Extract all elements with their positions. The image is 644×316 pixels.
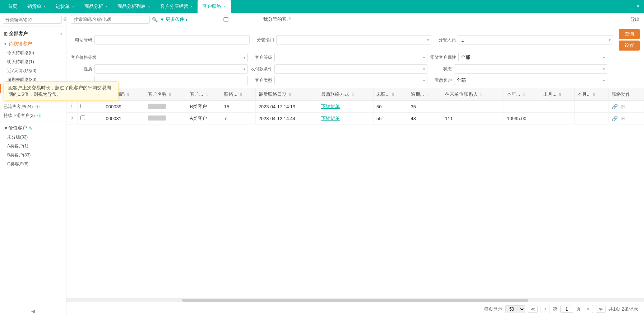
collapse-icon[interactable]: » xyxy=(60,32,62,36)
search-input[interactable] xyxy=(71,15,150,24)
col-contact[interactable]: 联络... ⇅ xyxy=(221,88,256,101)
search-icon[interactable]: 🔍 xyxy=(152,17,158,22)
nav-customer-contact[interactable]: 客户联络 × xyxy=(198,0,231,13)
nav-home[interactable]: 首页 xyxy=(3,0,22,13)
col-last-month[interactable]: 上月... ⇅ xyxy=(540,88,575,101)
nav-sales-order[interactable]: 销货单 × xyxy=(22,0,51,13)
data-table-wrapper: ⚙ 客户编码 ⇅ 客户名称 ⇅ 客户... ⇅ 联络... ⇅ 最后联络日期 ⇅… xyxy=(66,88,644,298)
col-category[interactable]: 客户... ⇅ xyxy=(187,88,221,101)
sidebar-item-tomorrow[interactable]: 明天待联络(1) xyxy=(0,57,66,66)
prev-page-button[interactable]: ＜ xyxy=(541,305,550,313)
window-close-icon[interactable]: × xyxy=(636,3,640,10)
row-company-contact-2: 111 xyxy=(442,113,504,124)
close-icon[interactable]: × xyxy=(223,4,226,9)
row-last-contact-method-2[interactable]: 下销货单 xyxy=(318,113,374,124)
data-table: ⚙ 客户编码 ⇅ 客户名称 ⇅ 客户... ⇅ 联络... ⇅ 最后联络日期 ⇅… xyxy=(66,88,644,124)
current-page-input[interactable] xyxy=(560,306,573,313)
sidebar-item-class-c[interactable]: C类客户(6) xyxy=(0,160,66,169)
payment-select[interactable]: ▾ xyxy=(274,64,428,74)
export-button[interactable]: ↑ 导出 xyxy=(627,16,640,23)
pagination: 每页显示 50 20 100 ≪ ＜ 第 页 ＞ ≫ 共1页 2条记录 xyxy=(66,302,644,316)
sidebar-item-7days[interactable]: 近7天待联络(0) xyxy=(0,66,66,75)
col-last-contact-method[interactable]: 最后联络方式 ⇅ xyxy=(318,88,374,101)
customer-grade-label: 客户等级 xyxy=(251,55,272,61)
link-action-icon[interactable]: 🔗 xyxy=(612,104,618,109)
first-page-button[interactable]: ≪ xyxy=(528,306,538,313)
sidebar-item-today[interactable]: 今天待联络(0) xyxy=(0,48,66,57)
table-row: 2 000031 A类客户 7 2023-04-12 14:44: 下销货单 5… xyxy=(66,113,644,124)
query-button[interactable]: 查询 xyxy=(619,29,640,39)
filter-field-payment: 收付款条件 ▾ xyxy=(251,64,428,74)
col-this-month[interactable]: 本月... ⇅ xyxy=(574,88,609,101)
sidebar-group-pending[interactable]: ▼ 待联络客户 xyxy=(0,39,66,48)
row-last-contact-method-1[interactable]: 下销货单 xyxy=(318,101,374,113)
price-grade-select[interactable]: ▾ xyxy=(99,53,248,62)
close-icon[interactable]: × xyxy=(72,4,74,9)
close-icon[interactable]: × xyxy=(43,4,46,9)
page-size-select[interactable]: 50 20 100 xyxy=(505,305,525,313)
close-icon[interactable]: × xyxy=(148,4,150,9)
col-company-contact[interactable]: 往来单位联系人 ⇅ xyxy=(442,88,504,101)
row-last-month-2 xyxy=(540,113,575,124)
sidebar-all-customers[interactable]: ⊞ 全部客户 » xyxy=(0,28,66,39)
more-conditions-button[interactable]: ▼ 更多条件 ▾ xyxy=(160,16,188,23)
manager-label: 分管人员 xyxy=(434,37,456,43)
edit-icon[interactable]: ✎ xyxy=(28,126,32,131)
close-icon[interactable]: × xyxy=(105,4,107,9)
phone-input[interactable] xyxy=(94,35,250,44)
status-select[interactable]: ▾ xyxy=(454,64,607,74)
chevron-down-icon: ▾ xyxy=(423,67,425,71)
col-uncontacted[interactable]: 未联... ⇅ xyxy=(373,88,408,101)
sidebar-item-class-b[interactable]: B类客户(33) xyxy=(0,151,66,160)
col-this-year[interactable]: 本年... ⇅ xyxy=(504,88,540,101)
filter-field-manager: 分管人员 ... ▾ xyxy=(434,35,613,44)
page-label: 页 xyxy=(576,306,581,312)
chevron-down-icon: ▾ xyxy=(603,79,605,82)
customer-grade-select[interactable]: ▾ xyxy=(274,53,428,62)
sidebar-item-declining[interactable]: 持续下滑客户(2) ⓘ xyxy=(0,111,66,120)
sidebar-item-unclassified[interactable]: 未分组(32) xyxy=(0,133,66,142)
phone-label: 电话号码 xyxy=(71,37,92,43)
nature-label: 性质 xyxy=(71,66,92,72)
col-name[interactable]: 客户名称 ⇅ xyxy=(145,88,187,101)
grid-action-icon[interactable]: ⊞ xyxy=(621,104,625,109)
retail-customer-select[interactable]: 全部 ▾ xyxy=(454,76,607,85)
export-icon: ↑ xyxy=(627,17,630,22)
settings-button[interactable]: 设置 xyxy=(619,41,640,51)
close-icon[interactable]: × xyxy=(190,4,193,9)
sidebar-item-churned[interactable]: 已流失客户(24) ⓘ xyxy=(0,102,66,111)
sidebar-item-class-a[interactable]: A类客户(1) xyxy=(0,142,66,151)
nav-customer-stratify[interactable]: 客户分层经营 × xyxy=(155,0,198,13)
col-last-contact-date[interactable]: 最后联络日期 ⇅ xyxy=(255,88,318,101)
my-customers-checkbox-label[interactable]: 我分管的客户 xyxy=(190,16,291,23)
col-overdue[interactable]: 逾期... ⇅ xyxy=(408,88,442,101)
scrollbar-thumb[interactable] xyxy=(182,299,529,302)
retail-attr-label: 零散客户属性 xyxy=(430,55,456,61)
next-page-button[interactable]: ＞ xyxy=(584,305,593,313)
sidebar-group-value[interactable]: ▼ 价值客户 ✎ xyxy=(0,123,66,133)
horizontal-scrollbar[interactable] xyxy=(66,298,644,302)
manager-select[interactable]: ... ▾ xyxy=(458,35,613,44)
chevron-down-icon: ▾ xyxy=(244,56,245,60)
sidebar-bottom-arrow[interactable]: ◀ xyxy=(0,306,66,316)
retail-attr-select[interactable]: 全部 ▾ xyxy=(458,53,607,62)
nav-product-analysis[interactable]: 商品分析 × xyxy=(79,0,112,13)
dept-select[interactable]: ▾ xyxy=(276,35,431,44)
row-checkbox-2[interactable] xyxy=(77,113,88,124)
row-this-month-2 xyxy=(574,113,609,124)
nav-product-analysis-list[interactable]: 商品分析列表 × xyxy=(112,0,155,13)
row-uncontacted-1: 50 xyxy=(373,101,408,113)
row-checkbox-1[interactable] xyxy=(77,101,88,113)
last-page-button[interactable]: ≫ xyxy=(596,306,606,313)
customer-type-select[interactable]: ▾ xyxy=(274,76,428,85)
nature-select[interactable]: ▾ xyxy=(94,64,248,74)
filter-field-price-grade: 客户价格等级 ▾ xyxy=(71,53,248,62)
my-customers-checkbox[interactable] xyxy=(190,17,262,22)
nav-purchase-order[interactable]: 进货单 × xyxy=(51,0,79,13)
payment-label: 收付款条件 xyxy=(251,66,272,72)
chevron-down-icon: ▾ xyxy=(603,56,605,60)
sidebar-search-icon[interactable]: 🔍 xyxy=(63,17,66,23)
grid-action-icon[interactable]: ⊞ xyxy=(621,115,625,121)
sidebar-search-input[interactable] xyxy=(3,16,62,24)
link-action-icon[interactable]: 🔗 xyxy=(612,115,618,121)
